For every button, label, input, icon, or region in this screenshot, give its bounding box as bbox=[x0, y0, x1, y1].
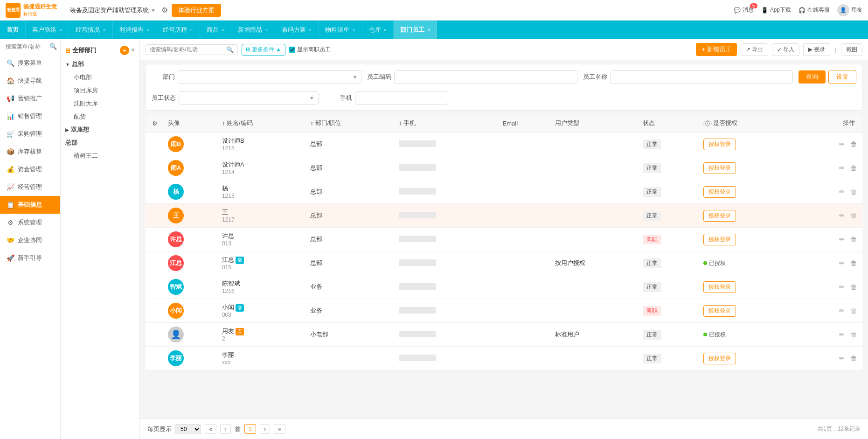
tree-add-button[interactable]: + bbox=[120, 46, 129, 55]
edit-button[interactable]: ✏ bbox=[837, 354, 847, 363]
settings-icon[interactable]: ⚙ bbox=[161, 6, 168, 14]
view-button[interactable]: ▶ 视录 bbox=[803, 43, 830, 56]
delete-button[interactable]: 🗑 bbox=[848, 235, 859, 244]
tree-collapse-button[interactable]: « bbox=[131, 46, 135, 55]
delete-button[interactable]: 🗑 bbox=[848, 139, 859, 149]
nav-tab-商品[interactable]: 商品 × bbox=[200, 21, 231, 39]
authorize-button[interactable]: 授权登录 bbox=[703, 186, 736, 198]
nav-tab-新增商品[interactable]: 新增商品 × bbox=[231, 21, 275, 39]
sidebar-item-营销推广[interactable]: 📢营销推广 bbox=[0, 90, 60, 107]
delete-button[interactable]: 🗑 bbox=[848, 306, 859, 315]
set-button[interactable]: 设置 bbox=[828, 70, 856, 84]
search-submit-icon[interactable]: 🔍 bbox=[226, 46, 234, 53]
edit-button[interactable]: ✏ bbox=[837, 258, 847, 268]
sidebar-item-企业协同[interactable]: 🤝企业协同 bbox=[0, 231, 60, 249]
tree-node-zongbu[interactable]: 总部 bbox=[61, 136, 139, 149]
nav-tab-利润报告[interactable]: 利润报告 × bbox=[113, 21, 156, 39]
tree-node-general[interactable]: ▼ 总部 bbox=[61, 58, 139, 71]
authorize-button[interactable]: 授权登录 bbox=[703, 281, 736, 293]
nav-tab-条码方案[interactable]: 条码方案 × bbox=[275, 21, 319, 39]
authorize-button[interactable]: 授权登录 bbox=[703, 234, 736, 245]
resigned-checkbox-input[interactable] bbox=[289, 47, 295, 53]
search-input[interactable] bbox=[6, 43, 48, 50]
th-settings[interactable]: ⚙ bbox=[146, 114, 164, 132]
delete-button[interactable]: 🗑 bbox=[848, 258, 859, 268]
delete-button[interactable]: 🗑 bbox=[848, 330, 859, 339]
phone-input[interactable] bbox=[355, 91, 448, 105]
query-button[interactable]: 查询 bbox=[799, 70, 826, 84]
export-button[interactable]: ↗ 导出 bbox=[741, 43, 768, 56]
edit-button[interactable]: ✏ bbox=[837, 163, 847, 173]
edit-button[interactable]: ✏ bbox=[837, 282, 847, 292]
nav-tab-部门员工[interactable]: 部门员工 × bbox=[394, 21, 437, 39]
emp-name-input[interactable] bbox=[610, 70, 793, 84]
emp-code-input[interactable] bbox=[394, 70, 577, 84]
edit-button[interactable]: ✏ bbox=[837, 330, 847, 339]
nav-tab-首页[interactable]: 首页 bbox=[0, 21, 26, 39]
tab-close-icon[interactable]: × bbox=[146, 27, 149, 33]
import-button[interactable]: ↙ 导入 bbox=[772, 43, 799, 56]
authorize-button[interactable]: 授权登录 bbox=[703, 210, 736, 222]
sidebar-item-基础信息[interactable]: 📋基础信息 bbox=[0, 196, 60, 214]
authorize-button[interactable]: 授权登录 bbox=[703, 353, 736, 364]
trial-button[interactable]: 体验行业方案 bbox=[172, 4, 221, 17]
sidebar-item-系统管理[interactable]: ⚙系统管理 bbox=[0, 214, 60, 231]
tab-close-icon[interactable]: × bbox=[352, 27, 355, 33]
tree-node-double-want[interactable]: ▶ 双座想 bbox=[61, 123, 139, 136]
tab-close-icon[interactable]: × bbox=[103, 27, 105, 33]
first-page-button[interactable]: « bbox=[205, 424, 216, 434]
employee-search-input[interactable] bbox=[150, 46, 224, 53]
tab-close-icon[interactable]: × bbox=[190, 27, 193, 33]
edit-button[interactable]: ✏ bbox=[837, 235, 847, 244]
tab-close-icon[interactable]: × bbox=[384, 27, 387, 33]
sidebar-item-经营管理[interactable]: 📈经营管理 bbox=[0, 178, 60, 196]
edit-button[interactable]: ✏ bbox=[837, 139, 847, 149]
prev-page-button[interactable]: ‹ bbox=[220, 424, 230, 434]
last-page-button[interactable]: » bbox=[274, 424, 285, 434]
edit-button[interactable]: ✏ bbox=[837, 187, 847, 196]
more-conditions-button[interactable]: ⊞ 更多条件 ▲ bbox=[242, 44, 285, 56]
screenshot-button[interactable]: 截图 bbox=[841, 43, 862, 56]
sidebar-item-搜索菜单[interactable]: 🔍搜索菜单 bbox=[0, 54, 60, 72]
th-name-code[interactable]: ↕ 姓名/编码 bbox=[218, 114, 307, 132]
tree-node-plant-tree[interactable]: 植树王二 bbox=[61, 149, 139, 162]
edit-button[interactable]: ✏ bbox=[837, 211, 847, 220]
authorize-button[interactable]: 授权登录 bbox=[703, 305, 736, 317]
th-phone[interactable]: ↕ 手机 bbox=[395, 114, 499, 132]
nav-tab-仓库[interactable]: 仓库 × bbox=[362, 21, 394, 39]
per-page-select[interactable]: 50 100 bbox=[175, 424, 201, 434]
nav-tab-经营历程[interactable]: 经营历程 × bbox=[156, 21, 200, 39]
tree-node-shenyang[interactable]: 沈阳大库 bbox=[61, 97, 139, 110]
delete-button[interactable]: 🗑 bbox=[848, 211, 859, 220]
tab-close-icon[interactable]: × bbox=[265, 27, 268, 33]
sidebar-item-资金管理[interactable]: 💰资金管理 bbox=[0, 160, 60, 178]
add-employee-button[interactable]: + 新增员工 bbox=[696, 43, 736, 56]
sidebar-item-库存核算[interactable]: 📦库存核算 bbox=[0, 143, 60, 160]
tree-node-project-room[interactable]: 项目库房 bbox=[61, 84, 139, 97]
app-download-action[interactable]: 📱 App下载 bbox=[761, 6, 791, 14]
delete-button[interactable]: 🗑 bbox=[848, 187, 859, 196]
sidebar-item-快捷导航[interactable]: 🏠快捷导航 bbox=[0, 72, 60, 90]
authorize-button[interactable]: 授权登录 bbox=[703, 139, 736, 150]
delete-button[interactable]: 🗑 bbox=[848, 163, 859, 173]
current-page[interactable]: 1 bbox=[244, 424, 256, 434]
delete-button[interactable]: 🗑 bbox=[848, 282, 859, 292]
tab-close-icon[interactable]: × bbox=[59, 27, 62, 33]
sidebar-item-销售管理[interactable]: 📊销售管理 bbox=[0, 107, 60, 125]
user-action[interactable]: 👤 用友 bbox=[837, 4, 862, 16]
tree-node-xiao-dian[interactable]: 小电部 bbox=[61, 71, 139, 84]
authorize-button[interactable]: 授权登录 bbox=[703, 162, 736, 174]
message-action[interactable]: 💬 消息 5 bbox=[734, 6, 754, 14]
nav-tab-物料清单[interactable]: 物料清单 × bbox=[319, 21, 362, 39]
tab-close-icon[interactable]: × bbox=[309, 27, 312, 33]
show-resigned-checkbox[interactable]: 显示离职员工 bbox=[289, 46, 331, 54]
th-dept-pos[interactable]: ↕ 部门/职位 bbox=[306, 114, 395, 132]
tree-node-delivery[interactable]: 配货 bbox=[61, 110, 139, 123]
dept-select[interactable]: ▼ bbox=[178, 70, 361, 84]
tab-close-icon[interactable]: × bbox=[222, 27, 224, 33]
online-service-action[interactable]: 🎧 在线客服 bbox=[799, 6, 830, 14]
tab-close-icon[interactable]: × bbox=[427, 27, 430, 33]
edit-button[interactable]: ✏ bbox=[837, 306, 847, 315]
emp-status-select[interactable]: ▼ bbox=[179, 91, 319, 105]
sidebar-item-新手引导[interactable]: 🚀新手引导 bbox=[0, 249, 60, 267]
